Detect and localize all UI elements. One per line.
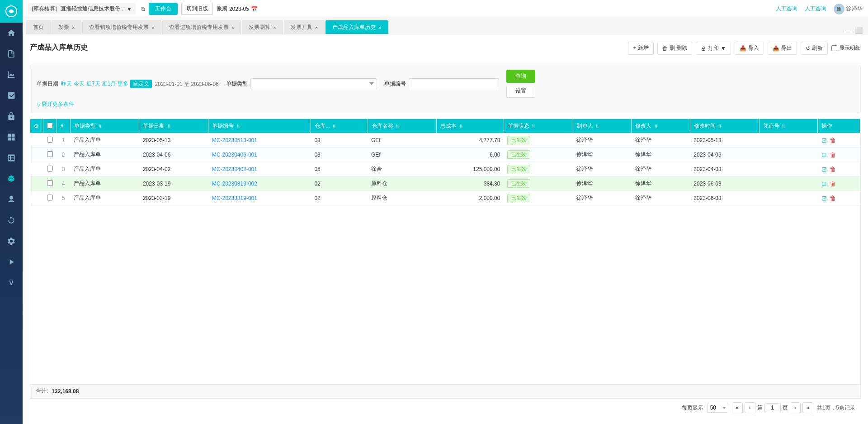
date-1month[interactable]: 近1月 [102, 80, 116, 88]
filter-settings-button[interactable]: 设置 [506, 85, 535, 98]
row-code-4[interactable]: MC-20230319-001 [208, 191, 311, 205]
row-code-link-1[interactable]: MC-20230406-001 [212, 152, 257, 158]
sort-wname-icon[interactable]: ⇅ [396, 124, 399, 129]
tab-product-inbound-close[interactable]: × [378, 25, 381, 30]
sidebar-item-chart[interactable] [0, 64, 23, 85]
row-code-link-4[interactable]: MC-20230319-001 [212, 195, 257, 201]
col-date[interactable]: 单据日期 ⇅ [139, 119, 208, 133]
col-code[interactable]: 单据编号 ⇅ [208, 119, 311, 133]
tab-invoice-calc-close[interactable]: × [273, 25, 276, 30]
row-code-link-2[interactable]: MC-20230402-001 [212, 166, 257, 172]
select-all-checkbox[interactable] [47, 123, 53, 129]
tab-product-inbound[interactable]: 产成品入库单历史 × [326, 20, 388, 34]
sidebar-item-play[interactable] [0, 252, 23, 272]
row-checkbox-2[interactable] [43, 162, 57, 176]
sidebar-item-lock[interactable] [0, 106, 23, 127]
calendar-icon[interactable]: 📅 [251, 6, 258, 12]
number-filter-input[interactable] [409, 78, 499, 89]
date-more[interactable]: 更多 [118, 80, 128, 88]
sort-cost-icon[interactable]: ⇅ [459, 124, 463, 129]
help-label-text[interactable]: 人工咨询 [805, 5, 826, 13]
tab-view-purchase-vat-close[interactable]: × [231, 25, 234, 30]
first-page-button[interactable]: « [732, 402, 743, 413]
row-code-link-3[interactable]: MC-20230319-002 [212, 181, 257, 187]
sidebar-item-warehouse[interactable] [0, 168, 23, 189]
type-filter-select[interactable] [250, 78, 377, 89]
sort-status-icon[interactable]: ⇅ [532, 124, 535, 129]
row-check-2[interactable] [47, 166, 53, 172]
sort-code-icon[interactable]: ⇅ [236, 124, 240, 129]
col-checkbox[interactable] [43, 119, 57, 133]
row-checkbox-1[interactable] [43, 148, 57, 162]
row-edit-icon-2[interactable]: ⊡ [821, 166, 827, 173]
prev-page-button[interactable]: ‹ [745, 402, 755, 413]
row-checkbox-4[interactable] [43, 191, 57, 205]
date-custom[interactable]: 自定义 [130, 80, 152, 88]
row-code-2[interactable]: MC-20230402-001 [208, 162, 311, 176]
row-code-3[interactable]: MC-20230319-002 [208, 176, 311, 191]
sort-wcode-icon[interactable]: ⇅ [332, 124, 336, 129]
tab-invoice-issue[interactable]: 发票开具 × [284, 20, 325, 34]
expand-filter-button[interactable]: ▽ 展开更多条件 [37, 100, 854, 108]
col-modify-time[interactable]: 修改时间 ⇅ [690, 119, 759, 133]
delete-button[interactable]: 🗑 删 删除 [657, 42, 692, 55]
row-delete-icon-0[interactable]: 🗑 [830, 137, 836, 144]
col-type[interactable]: 单据类型 ⇅ [70, 119, 139, 133]
col-settings[interactable]: ⚙ [30, 119, 43, 133]
date-yesterday[interactable]: 昨天 [61, 80, 72, 88]
row-code-1[interactable]: MC-20230406-001 [208, 148, 311, 162]
sidebar-item-grid[interactable] [0, 127, 23, 148]
sidebar-item-analytics[interactable] [0, 85, 23, 106]
row-check-4[interactable] [47, 195, 53, 200]
sidebar-item-user[interactable] [0, 189, 23, 210]
col-status[interactable]: 单据状态 ⇅ [504, 119, 573, 133]
last-page-button[interactable]: » [802, 402, 813, 413]
copy-icon[interactable]: ⧉ [141, 6, 145, 12]
row-edit-icon-1[interactable]: ⊡ [821, 151, 827, 158]
refresh-button[interactable]: ↺ 刷新 [801, 42, 828, 55]
col-total-cost[interactable]: 总成本 ⇅ [437, 119, 504, 133]
row-code-link-0[interactable]: MC-20230513-001 [212, 137, 257, 143]
col-warehouse-name[interactable]: 仓库名称 ⇅ [368, 119, 437, 133]
sidebar-item-table[interactable] [0, 148, 23, 168]
import-button[interactable]: 📥 导入 [735, 42, 764, 55]
col-warehouse-code[interactable]: 仓库... ⇅ [311, 119, 368, 133]
sidebar-item-v[interactable]: V [0, 272, 23, 293]
show-detail-toggle[interactable]: 显示明细 [831, 44, 861, 52]
tab-invoice[interactable]: 发票 × [52, 20, 81, 34]
row-edit-icon-0[interactable]: ⊡ [821, 137, 827, 144]
new-button[interactable]: + 新增 [628, 42, 653, 55]
date-7days[interactable]: 近7天 [86, 80, 100, 88]
row-edit-icon-3[interactable]: ⊡ [821, 180, 827, 187]
tab-view-sales-vat[interactable]: 查看销项增值税专用发票 × [82, 20, 161, 34]
col-voucher[interactable]: 凭证号 ⇅ [759, 119, 818, 133]
sidebar-item-document[interactable] [0, 43, 23, 64]
sort-date-icon[interactable]: ⇅ [167, 124, 171, 129]
tab-view-purchase-vat[interactable]: 查看进项增值税专用发票 × [162, 20, 241, 34]
print-button[interactable]: 🖨 打印 ▼ [696, 42, 731, 55]
sidebar-item-refresh[interactable] [0, 210, 23, 231]
tab-home[interactable]: 首页 [26, 20, 51, 34]
row-delete-icon-1[interactable]: 🗑 [830, 151, 836, 158]
export-button[interactable]: 📤 导出 [768, 42, 797, 55]
company-selector[interactable]: (库存核算）直播轻挑通信息技术股份... ▼ [28, 3, 136, 14]
sort-modifier-icon[interactable]: ⇅ [654, 124, 658, 129]
row-delete-icon-4[interactable]: 🗑 [830, 195, 836, 202]
next-page-button[interactable]: › [790, 402, 801, 413]
col-modifier[interactable]: 修改人 ⇅ [632, 119, 690, 133]
row-check-0[interactable] [47, 137, 53, 143]
switch-version-button[interactable]: 切到旧版 [181, 3, 213, 15]
row-check-3[interactable] [47, 180, 53, 186]
row-check-1[interactable] [47, 151, 53, 157]
query-button[interactable]: 查询 [506, 70, 535, 83]
maximize-button[interactable]: ⬜ [855, 27, 863, 34]
sort-creator-icon[interactable]: ⇅ [595, 124, 599, 129]
row-delete-icon-2[interactable]: 🗑 [830, 166, 836, 173]
minimize-button[interactable]: — [845, 27, 851, 34]
row-delete-icon-3[interactable]: 🗑 [830, 180, 836, 187]
row-checkbox-3[interactable] [43, 176, 57, 191]
sort-mtime-icon[interactable]: ⇅ [718, 124, 722, 129]
page-input[interactable] [764, 403, 781, 412]
user-menu[interactable]: 徐 徐泽华 [834, 4, 863, 14]
sort-voucher-icon[interactable]: ⇅ [782, 124, 785, 129]
